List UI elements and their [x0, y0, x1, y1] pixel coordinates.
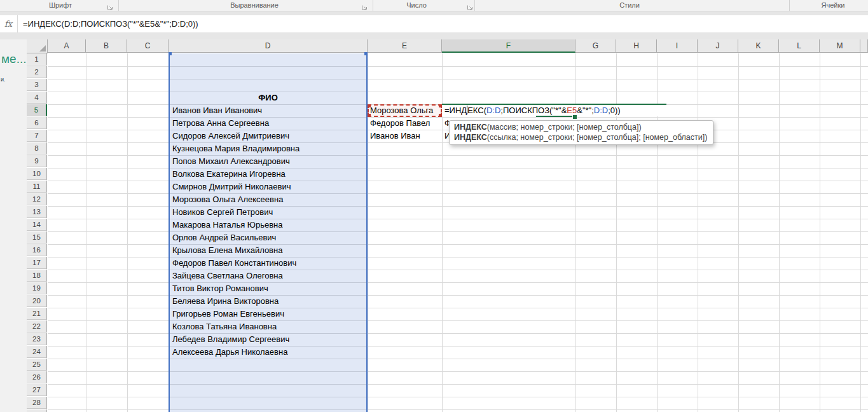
function-signature: (ссылка; номер_строки; [номер_столбца]; … [487, 133, 708, 142]
column-header-c[interactable]: C [127, 39, 169, 53]
row-header-15[interactable]: 15 [27, 231, 47, 244]
cell-d24[interactable]: Алексеева Дарья Николаевна [172, 346, 365, 359]
row-header-16[interactable]: 16 [27, 244, 47, 256]
row-header-5[interactable]: 5 [27, 104, 47, 116]
cell-d22[interactable]: Козлова Татьяна Ивановна [172, 320, 365, 333]
ribbon-group-separator [118, 0, 119, 11]
cell-d16[interactable]: Крылова Елена Михайловна [172, 244, 365, 257]
cell-d9[interactable]: Попов Михаил Александрович [172, 155, 365, 168]
referenced-cell-e5-border [368, 104, 442, 117]
cell-d20[interactable]: Беляева Ирина Викторовна [172, 295, 365, 308]
row-header-8[interactable]: 8 [27, 142, 47, 154]
dialog-launcher-icon[interactable] [107, 2, 114, 9]
cell-d5[interactable]: Иванов Иван Иванович [172, 104, 365, 117]
left-clipped-panel: ме... и. [0, 39, 27, 412]
cell-d11[interactable]: Смирнов Дмитрий Николаевич [172, 181, 365, 193]
row-header-21[interactable]: 21 [27, 308, 47, 320]
formula-segment: &"*"; [577, 106, 594, 115]
cell-d8[interactable]: Кузнецова Мария Владимировна [172, 142, 365, 155]
dialog-launcher-icon[interactable] [361, 2, 368, 9]
row-header-13[interactable]: 13 [27, 206, 47, 218]
row-header-2[interactable]: 2 [27, 66, 47, 78]
row-header-1[interactable]: 1 [27, 53, 47, 65]
formula-segment: ;ПОИСКПОЗ("*"& [500, 106, 567, 115]
row-header-9[interactable]: 9 [27, 155, 47, 167]
cell-d14[interactable]: Макарова Наталья Юрьевна [172, 219, 365, 231]
function-name: ИНДЕКС [454, 123, 487, 132]
cell-d18[interactable]: Зайцева Светлана Олеговна [172, 270, 365, 282]
ribbon-group-alignment: Выравнивание [230, 1, 279, 9]
row-header-3[interactable]: 3 [27, 79, 47, 91]
column-header-a[interactable]: A [48, 39, 86, 53]
row-header-12[interactable]: 12 [27, 193, 47, 205]
column-header-l[interactable]: L [779, 39, 820, 53]
row-header-20[interactable]: 20 [27, 295, 47, 307]
select-all-triangle-icon [39, 45, 46, 52]
row-header-22[interactable]: 22 [27, 320, 47, 333]
row-header-29[interactable] [27, 409, 47, 412]
column-header-e[interactable]: E [368, 39, 442, 53]
column-header-d[interactable]: D [169, 39, 368, 53]
column-header-b[interactable]: B [86, 39, 127, 53]
insert-function-icon[interactable]: fx [0, 15, 17, 32]
cell-f5-formula[interactable]: =ИНДЕКС(D:D;ПОИСКПОЗ("*"&E5&"*";D:D;0)) [444, 104, 621, 117]
row-header-17[interactable]: 17 [27, 257, 47, 269]
column-header-i[interactable]: I [657, 39, 698, 53]
range-corner-handle[interactable] [368, 104, 371, 107]
cell-d13[interactable]: Новиков Сергей Петрович [172, 206, 365, 219]
formula-segment: E5 [567, 106, 577, 115]
range-corner-handle[interactable] [368, 114, 371, 117]
tooltip-line: ИНДЕКС(массив; номер_строки; [номер_стол… [454, 122, 707, 132]
tooltip-line: ИНДЕКС(ссылка; номер_строки; [номер_стол… [454, 132, 707, 142]
cell-d23[interactable]: Лебедев Владимир Сергеевич [172, 333, 365, 346]
cell-d10[interactable]: Волкова Екатерина Игоревна [172, 168, 365, 181]
row-header-7[interactable]: 7 [27, 130, 47, 142]
formula-bar[interactable]: fx =ИНДЕКС(D:D;ПОИСКПОЗ("*"&E5&"*";D:D;0… [0, 15, 868, 33]
range-corner-handle[interactable] [169, 52, 172, 55]
ribbon-group-separator [474, 0, 475, 11]
row-header-25[interactable]: 25 [27, 359, 47, 371]
row-header-28[interactable]: 28 [27, 397, 47, 409]
formula-bar-input[interactable]: =ИНДЕКС(D:D;ПОИСКПОЗ("*"&E5&"*";D:D;0)) [23, 15, 198, 32]
row-header-19[interactable]: 19 [27, 282, 47, 294]
cell-d21[interactable]: Григорьев Роман Евгеньевич [172, 308, 365, 320]
row-header-23[interactable]: 23 [27, 333, 47, 345]
row-header-6[interactable]: 6 [27, 117, 47, 129]
range-corner-handle[interactable] [364, 52, 368, 55]
row-header-27[interactable]: 27 [27, 384, 47, 396]
row-header-26[interactable]: 26 [27, 371, 47, 383]
fill-handle[interactable] [572, 114, 577, 120]
dialog-launcher-icon[interactable] [467, 2, 474, 9]
column-header-m[interactable]: M [820, 39, 860, 53]
row-header-18[interactable]: 18 [27, 270, 47, 282]
cell-d6[interactable]: Петрова Анна Сергеевна [172, 117, 365, 130]
row-header-14[interactable]: 14 [27, 219, 47, 231]
formula-segment: ;0)) [608, 106, 621, 115]
column-header-h[interactable]: H [616, 39, 657, 53]
function-tooltip: ИНДЕКС(массив; номер_строки; [номер_стол… [449, 120, 713, 145]
row-header-24[interactable]: 24 [27, 346, 47, 358]
cell-d4-header[interactable]: ФИО [170, 92, 366, 104]
column-header-f[interactable]: F [442, 39, 575, 53]
column-header-k[interactable]: K [738, 39, 779, 53]
cell-d17[interactable]: Федоров Павел Константинович [172, 257, 365, 270]
cell-d19[interactable]: Титов Виктор Романович [172, 282, 365, 295]
formula-bar-bottom-band [0, 33, 868, 39]
column-header-partial[interactable] [860, 39, 868, 53]
row-header-10[interactable]: 10 [27, 168, 47, 180]
cell-d12[interactable]: Морозова Ольга Алексеевна [172, 193, 365, 206]
formula-segment: D:D [594, 106, 608, 115]
cell-d7[interactable]: Сидоров Алексей Дмитриевич [172, 130, 365, 142]
ribbon-group-strip: Шрифт Выравнивание Число Стили Ячейки [0, 0, 868, 11]
worksheet-grid[interactable]: ме... и. ABCDEFGHIJKLM123456789101112131… [0, 39, 868, 412]
formula-segment: =ИНД [444, 106, 467, 115]
column-header-j[interactable]: J [698, 39, 738, 53]
row-header-4[interactable]: 4 [27, 92, 47, 104]
select-all-corner[interactable] [27, 39, 48, 53]
row-header-11[interactable]: 11 [27, 181, 47, 193]
cell-e7[interactable]: Иванов Иван [370, 130, 441, 142]
cell-e6[interactable]: Федоров Павел [370, 117, 441, 130]
clipped-green-text: ме... [1, 52, 26, 66]
cell-d15[interactable]: Орлов Андрей Васильевич [172, 231, 365, 244]
column-header-g[interactable]: G [575, 39, 616, 53]
